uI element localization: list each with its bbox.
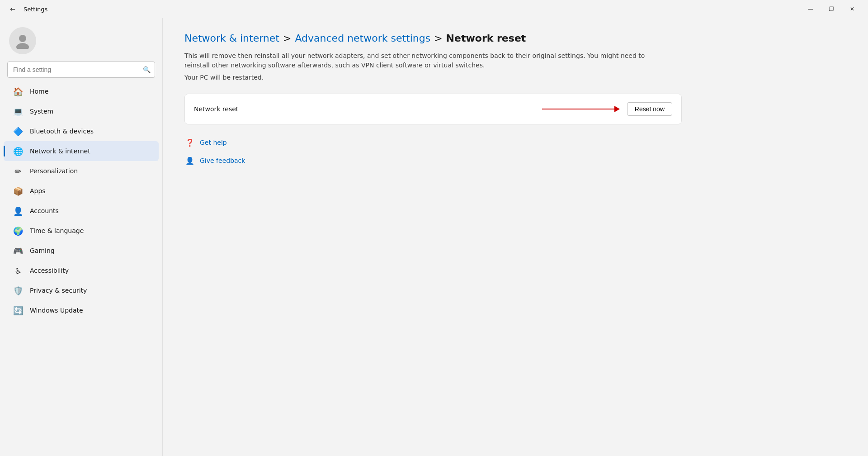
sidebar-label-system: System xyxy=(30,108,53,115)
sidebar-item-accounts[interactable]: 👤 Accounts xyxy=(4,201,159,221)
sidebar-item-update[interactable]: 🔄 Windows Update xyxy=(4,300,159,320)
give-feedback-link[interactable]: 👤 Give feedback xyxy=(184,153,846,168)
accessibility-icon: ♿ xyxy=(13,265,24,276)
svg-point-1 xyxy=(16,43,29,49)
breadcrumb-separator: > xyxy=(283,33,291,44)
get-help-link[interactable]: ❓ Get help xyxy=(184,135,846,150)
app-title: Settings xyxy=(24,6,797,13)
sidebar: 🔍 🏠 Home 💻 System 🔷 Bluetooth & devices … xyxy=(0,18,163,456)
sidebar-item-time[interactable]: 🌍 Time & language xyxy=(4,221,159,241)
search-box[interactable]: 🔍 xyxy=(7,62,155,78)
sidebar-label-privacy: Privacy & security xyxy=(30,287,87,294)
breadcrumb-link[interactable]: Advanced network settings xyxy=(295,33,430,44)
close-button[interactable]: ✕ xyxy=(842,2,863,16)
back-button[interactable]: ← xyxy=(5,2,20,16)
titlebar: ← Settings — ❐ ✕ xyxy=(0,0,868,18)
help-section: ❓ Get help 👤 Give feedback xyxy=(184,135,846,168)
reset-card-label: Network reset xyxy=(194,105,407,113)
system-icon: 💻 xyxy=(13,106,24,117)
sidebar-item-personalization[interactable]: ✏️ Personalization xyxy=(4,161,159,181)
page-description: This will remove then reinstall all your… xyxy=(184,51,659,70)
arrow-container xyxy=(407,106,627,112)
sidebar-label-bluetooth: Bluetooth & devices xyxy=(30,128,94,135)
sidebar-label-network: Network & internet xyxy=(30,147,90,155)
breadcrumb-current: Network reset xyxy=(446,33,526,44)
privacy-icon: 🛡️ xyxy=(13,285,24,296)
sidebar-item-bluetooth[interactable]: 🔷 Bluetooth & devices xyxy=(4,121,159,141)
give-feedback-icon: 👤 xyxy=(184,155,195,166)
svg-point-0 xyxy=(19,35,26,42)
red-arrow xyxy=(542,106,620,112)
sidebar-item-accessibility[interactable]: ♿ Accessibility xyxy=(4,261,159,280)
page-sub: Your PC will be restarted. xyxy=(184,74,846,81)
sidebar-item-gaming[interactable]: 🎮 Gaming xyxy=(4,241,159,261)
main-content: Network & internet>Advanced network sett… xyxy=(163,18,868,456)
accounts-icon: 👤 xyxy=(13,205,24,216)
sidebar-item-network[interactable]: 🌐 Network & internet xyxy=(4,141,159,161)
sidebar-label-gaming: Gaming xyxy=(30,247,55,254)
breadcrumb-link[interactable]: Network & internet xyxy=(184,33,279,44)
sidebar-label-accounts: Accounts xyxy=(30,207,59,214)
give-feedback-label: Give feedback xyxy=(200,157,245,164)
sidebar-item-home[interactable]: 🏠 Home xyxy=(4,81,159,101)
profile-section xyxy=(0,18,162,62)
search-icon: 🔍 xyxy=(143,66,151,73)
reset-now-button[interactable]: Reset now xyxy=(627,102,672,116)
sidebar-label-update: Windows Update xyxy=(30,307,83,314)
get-help-label: Get help xyxy=(200,139,227,146)
sidebar-label-apps: Apps xyxy=(30,187,46,195)
nav-list: 🏠 Home 💻 System 🔷 Bluetooth & devices 🌐 … xyxy=(0,81,162,320)
minimize-button[interactable]: — xyxy=(800,2,821,16)
arrow-line xyxy=(542,109,614,109)
sidebar-label-time: Time & language xyxy=(30,227,84,234)
search-input[interactable] xyxy=(7,62,155,78)
app-body: 🔍 🏠 Home 💻 System 🔷 Bluetooth & devices … xyxy=(0,18,868,456)
network-icon: 🌐 xyxy=(13,146,24,157)
sidebar-item-privacy[interactable]: 🛡️ Privacy & security xyxy=(4,280,159,300)
window-controls: — ❐ ✕ xyxy=(800,2,863,16)
sidebar-item-apps[interactable]: 📦 Apps xyxy=(4,181,159,201)
network-reset-card: Network reset Reset now xyxy=(184,94,682,124)
bluetooth-icon: 🔷 xyxy=(13,126,24,137)
get-help-icon: ❓ xyxy=(184,137,195,148)
update-icon: 🔄 xyxy=(13,305,24,316)
personalization-icon: ✏️ xyxy=(13,166,24,176)
maximize-button[interactable]: ❐ xyxy=(821,2,842,16)
time-icon: 🌍 xyxy=(13,225,24,236)
sidebar-label-accessibility: Accessibility xyxy=(30,267,69,274)
breadcrumb: Network & internet>Advanced network sett… xyxy=(184,33,846,44)
apps-icon: 📦 xyxy=(13,185,24,196)
gaming-icon: 🎮 xyxy=(13,245,24,256)
arrow-head xyxy=(614,106,620,112)
breadcrumb-separator: > xyxy=(434,33,442,44)
home-icon: 🏠 xyxy=(13,86,24,97)
sidebar-label-personalization: Personalization xyxy=(30,167,78,175)
avatar xyxy=(9,27,36,54)
sidebar-item-system[interactable]: 💻 System xyxy=(4,101,159,121)
sidebar-label-home: Home xyxy=(30,88,48,95)
